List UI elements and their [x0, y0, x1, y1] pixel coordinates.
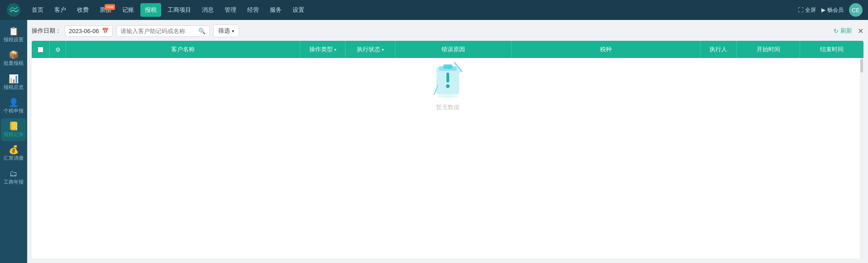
fullscreen-label: 全屏	[805, 6, 816, 14]
batch-tax-icon: 📦	[9, 51, 19, 59]
toolbar-right: ↻ 刷新 ✕	[834, 27, 863, 35]
date-label: 操作日期：	[32, 27, 61, 35]
search-box[interactable]: 🔍	[116, 25, 210, 37]
sidebar-item-settle[interactable]: 💰汇算清缴	[1, 142, 26, 165]
logo[interactable]	[5, 2, 22, 18]
th-start-time-label: 开始时间	[757, 45, 780, 54]
th-checkbox[interactable]	[32, 41, 50, 58]
tax-records-label: 报税记录	[4, 131, 24, 137]
nav-item-收费[interactable]: 收费	[72, 3, 93, 17]
sidebar: 📋报税设置📦批量报税📊报税总览👤个税申报📒报税记录💰汇算清缴🗂工商年报	[0, 20, 27, 263]
table-scroll-area: 暂无数据	[32, 58, 863, 258]
nav-badge: new	[105, 4, 115, 10]
sidebar-item-batch-tax[interactable]: 📦批量报税	[1, 47, 26, 70]
member-label: 畅会员	[827, 6, 844, 14]
filter-btn[interactable]: 筛选 ▾	[213, 24, 239, 37]
th-settings[interactable]: ⚙	[50, 41, 66, 58]
tax-overview-icon: 📊	[9, 75, 19, 83]
select-all-checkbox[interactable]	[38, 47, 43, 53]
th-tax-type-label: 税种	[600, 45, 612, 54]
filter-op-type-icon: ▾	[334, 47, 336, 52]
toolbar: 操作日期： 2023-06-06 📅 🔍 筛选 ▾ ↻ 刷新 ✕	[32, 24, 863, 37]
annual-report-icon: 🗂	[10, 170, 18, 178]
tax-settings-label: 报税设置	[4, 36, 24, 43]
svg-rect-3	[443, 64, 452, 69]
search-input[interactable]	[120, 28, 197, 34]
nav-item-记账[interactable]: 记账	[118, 3, 139, 17]
th-op-type[interactable]: 操作类型 ▾	[300, 41, 345, 58]
svg-marker-7	[459, 70, 463, 73]
nav-item-客户[interactable]: 客户	[50, 3, 71, 17]
annual-report-label: 工商年报	[4, 179, 24, 185]
nav-item-工商项目[interactable]: 工商项目	[163, 3, 196, 17]
top-nav-right: ⛶ 全屏 ▶ 畅会员 CE	[798, 3, 863, 17]
th-status[interactable]: 执行状态 ▾	[345, 41, 395, 58]
svg-point-5	[446, 84, 450, 88]
close-btn[interactable]: ✕	[858, 27, 863, 35]
calendar-icon: 📅	[102, 28, 109, 34]
th-tax-type: 税种	[512, 41, 700, 58]
settings-icon: ⚙	[55, 46, 61, 53]
main-layout: 📋报税设置📦批量报税📊报税总览👤个税申报📒报税记录💰汇算清缴🗂工商年报 操作日期…	[0, 20, 868, 263]
th-end-time: 结束时间	[800, 41, 863, 58]
scrollbar-thumb	[860, 59, 863, 73]
settle-label: 汇算清缴	[4, 155, 24, 161]
nav-item-首页[interactable]: 首页	[27, 3, 48, 17]
table-header: ⚙ 客户名称 操作类型 ▾ 执行状态 ▾ 错误原因 税种	[32, 41, 863, 58]
sidebar-item-tax-records[interactable]: 📒报税记录	[1, 118, 26, 141]
scrollbar[interactable]	[860, 58, 863, 258]
tax-overview-label: 报税总览	[4, 84, 24, 90]
nav-item-经营[interactable]: 经营	[243, 3, 264, 17]
th-customer: 客户名称	[66, 41, 300, 58]
filter-status-icon: ▾	[382, 47, 384, 52]
nav-item-票据[interactable]: 票据new	[95, 3, 116, 17]
refresh-btn[interactable]: ↻ 刷新	[834, 27, 852, 35]
table-body: 暂无数据	[32, 58, 863, 112]
sidebar-item-annual-report[interactable]: 🗂工商年报	[1, 166, 26, 189]
date-value: 2023-06-06	[69, 28, 99, 34]
th-op-type-label: 操作类型	[309, 45, 333, 54]
empty-text: 暂无数据	[436, 103, 460, 112]
nav-item-设置[interactable]: 设置	[288, 3, 309, 17]
refresh-icon: ↻	[834, 28, 839, 34]
th-start-time: 开始时间	[737, 41, 800, 58]
th-error-label: 错误原因	[441, 45, 465, 54]
sidebar-item-tax-settings[interactable]: 📋报税设置	[1, 24, 26, 46]
empty-illustration	[430, 58, 466, 99]
nav-item-消息[interactable]: 消息	[197, 3, 218, 17]
member-btn[interactable]: ▶ 畅会员	[821, 6, 844, 14]
th-status-label: 执行状态	[357, 45, 380, 54]
chevron-down-icon: ▾	[232, 29, 234, 34]
th-end-time-label: 结束时间	[820, 45, 844, 54]
th-error: 错误原因	[395, 41, 512, 58]
batch-tax-label: 批量报税	[4, 60, 24, 66]
th-executor: 执行人	[700, 41, 737, 58]
date-picker[interactable]: 2023-06-06 📅	[65, 25, 113, 37]
tax-settings-icon: 📋	[9, 27, 19, 35]
table-container: ⚙ 客户名称 操作类型 ▾ 执行状态 ▾ 错误原因 税种	[32, 41, 863, 258]
nav-item-报税[interactable]: 报税	[140, 3, 161, 17]
play-icon: ▶	[821, 7, 825, 13]
search-icon: 🔍	[198, 28, 206, 34]
personal-tax-label: 个税申报	[4, 107, 24, 114]
filter-label: 筛选	[218, 27, 230, 35]
personal-tax-icon: 👤	[9, 98, 19, 107]
avatar[interactable]: CE	[849, 3, 863, 17]
sidebar-item-personal-tax[interactable]: 👤个税申报	[1, 95, 26, 117]
nav-item-服务[interactable]: 服务	[265, 3, 286, 17]
refresh-label: 刷新	[840, 27, 852, 35]
fullscreen-icon: ⛶	[798, 7, 803, 13]
content-area: 操作日期： 2023-06-06 📅 🔍 筛选 ▾ ↻ 刷新 ✕	[27, 20, 868, 263]
sidebar-item-tax-overview[interactable]: 📊报税总览	[1, 71, 26, 94]
nav-item-管理[interactable]: 管理	[220, 3, 241, 17]
th-customer-label: 客户名称	[171, 45, 195, 54]
tax-records-icon: 📒	[9, 122, 19, 130]
top-nav: 首页客户收费票据new记账报税工商项目消息管理经营服务设置 ⛶ 全屏 ▶ 畅会员…	[0, 0, 868, 20]
svg-rect-4	[446, 73, 449, 83]
settle-icon: 💰	[9, 146, 19, 154]
nav-items: 首页客户收费票据new记账报税工商项目消息管理经营服务设置	[27, 3, 798, 17]
fullscreen-btn[interactable]: ⛶ 全屏	[798, 6, 816, 14]
th-executor-label: 执行人	[710, 45, 727, 54]
svg-point-9	[438, 94, 458, 98]
